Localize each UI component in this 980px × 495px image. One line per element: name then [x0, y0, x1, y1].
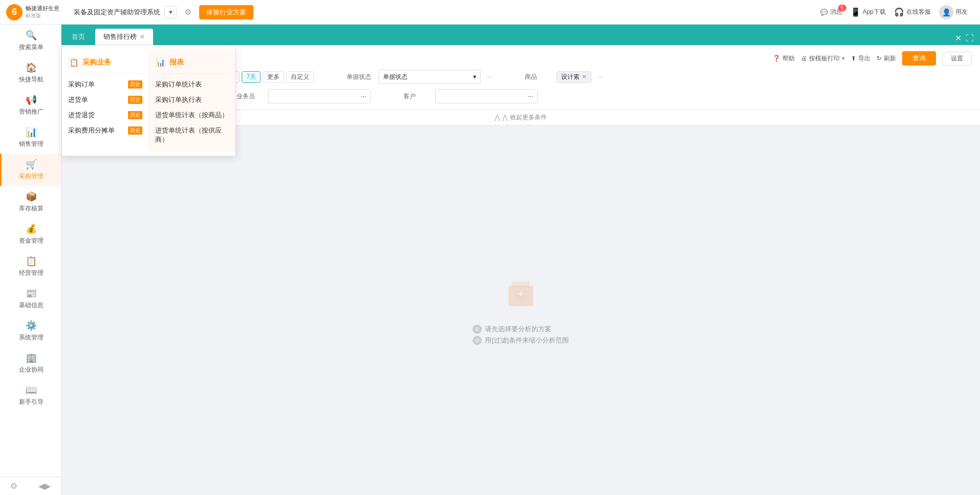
reports-title-text: 报表: [169, 58, 184, 67]
sidebar-item-basic[interactable]: 📰 基础信息: [0, 283, 61, 315]
product-tag: 设计素 ✕: [557, 71, 591, 83]
online-service-btn[interactable]: 🎧 在线客服: [894, 7, 931, 17]
reports-menu-title: 📊 报表: [155, 54, 229, 74]
product-tag-value: 设计素: [561, 73, 580, 81]
print-label: 按模板打印: [809, 54, 840, 63]
salesperson-select[interactable]: ···: [268, 89, 371, 103]
order-stat-label: 采购订单统计表: [155, 80, 202, 89]
date-quick-custom[interactable]: 自定义: [286, 71, 314, 83]
purchase-menu: 📋 采购业务 采购订单 历史 进货单 历史 进货退货 历史 采购费用分摊单 历史: [61, 45, 236, 156]
sidebar-label-operation: 经营管理: [19, 269, 44, 277]
export-label: 导出: [858, 54, 870, 63]
sidebar-label-enterprise: 企业协同: [19, 365, 44, 374]
order-exec-label: 采购订单执行表: [155, 95, 202, 104]
return-history-badge: 历史: [128, 111, 142, 119]
tip-num-1: ①: [473, 325, 482, 334]
sidebar-label-search: 搜索菜单: [19, 43, 44, 52]
product-tag-close[interactable]: ✕: [582, 73, 587, 80]
menu-item-incoming-stat-supplier[interactable]: 进货单统计表（按供应商）: [155, 123, 229, 147]
empty-state: ① 请先选择要分析的方案 ② 用[过滤]条件来缩小分析范围: [61, 125, 980, 495]
sidebar-label-inventory: 库存核算: [19, 204, 44, 213]
tab-actions: ✕ ⛶: [955, 33, 980, 45]
tab-close-all-btn[interactable]: ✕: [955, 33, 962, 43]
menu-item-order-stat[interactable]: 采购订单统计表: [155, 77, 229, 92]
tab-close-icon[interactable]: ✕: [140, 33, 145, 40]
refresh-btn[interactable]: ↻ 刷新: [877, 54, 896, 63]
app-download-label: App下载: [863, 8, 886, 16]
menu-item-return[interactable]: 进货退货 历史: [68, 107, 142, 123]
export-icon: ⬆: [851, 55, 856, 62]
purchase-icon: 🛒: [26, 159, 37, 170]
product-dots[interactable]: ···: [598, 73, 603, 80]
menu-item-incoming-stat-product[interactable]: 进货单统计表（按商品）: [155, 107, 229, 123]
top-header: 6 畅捷通好生意 标准版 装备及固定资产辅助管理系统 ▾ ⚙ 体验行业方案 💬 …: [0, 0, 980, 25]
collapse-text: 收起更多条件: [510, 113, 547, 122]
search-icon: 🔍: [26, 30, 37, 41]
customer-select[interactable]: ···: [435, 89, 538, 103]
logo-char: 6: [12, 7, 17, 17]
sidebar-settings-btn[interactable]: ⚙: [10, 481, 17, 491]
phone-icon: 📱: [850, 7, 861, 17]
export-btn[interactable]: ⬆ 导出: [851, 54, 870, 63]
sidebar-item-purchase[interactable]: 🛒 采购管理: [0, 154, 61, 186]
user-btn[interactable]: 👤 用友: [939, 5, 968, 19]
menu-item-incoming[interactable]: 进货单 历史: [68, 92, 142, 107]
date-quick-more[interactable]: 更多: [263, 71, 284, 83]
user-label: 用友: [955, 8, 968, 16]
settings-button[interactable]: 设置: [942, 52, 972, 66]
order-status-dropdown-icon: ▾: [473, 73, 476, 80]
menu-item-expense[interactable]: 采购费用分摊单 历史: [68, 123, 142, 138]
headset-icon: 🎧: [894, 7, 904, 17]
logo-area: 6 畅捷通好生意 标准版: [6, 4, 68, 20]
return-label: 进货退货: [68, 111, 95, 120]
expense-history-badge: 历史: [128, 126, 142, 135]
sidebar-item-finance[interactable]: 💰 资金管理: [0, 218, 61, 250]
sidebar-item-operation[interactable]: 📋 经营管理: [0, 250, 61, 283]
order-status-value: 单据状态: [383, 73, 408, 81]
refresh-icon: ↻: [877, 55, 882, 62]
sidebar-label-purchase: 采购管理: [19, 172, 44, 181]
print-btn[interactable]: 🖨 按模板打印 ▾: [801, 54, 845, 63]
sidebar-item-system[interactable]: ⚙️ 系统管理: [0, 315, 61, 347]
app-download-btn[interactable]: 📱 App下载: [850, 7, 886, 17]
system-settings-btn[interactable]: ⚙: [181, 5, 195, 19]
message-btn[interactable]: 💬 消息 5: [820, 8, 842, 16]
order-status-dots[interactable]: ···: [487, 73, 492, 80]
empty-tip-2: ② 用[过滤]条件来缩小分析范围: [473, 336, 568, 345]
date-quick-7d[interactable]: 7天: [242, 71, 261, 83]
salesperson-dropdown-icon: ···: [361, 93, 366, 100]
salesperson-label: 业务员: [237, 92, 262, 101]
sidebar-collapse-btn[interactable]: ◀▶: [38, 481, 51, 491]
guide-icon: 📖: [26, 384, 37, 396]
industry-button[interactable]: 体验行业方案: [199, 5, 253, 19]
message-badge: 5: [838, 5, 846, 11]
tab-sales-rank[interactable]: 销售排行榜 ✕: [95, 29, 153, 45]
menu-col-reports: 📊 报表 采购订单统计表 采购订单执行表 进货单统计表（按商品） 进货单统计表（…: [149, 50, 236, 152]
tab-home[interactable]: 首页: [63, 29, 93, 45]
sidebar-item-quick-nav[interactable]: 🏠 快捷导航: [0, 57, 61, 89]
query-button[interactable]: 查询: [902, 51, 936, 66]
empty-illustration: [500, 273, 541, 314]
tab-expand-btn[interactable]: ⛶: [966, 34, 974, 43]
sidebar-item-guide[interactable]: 📖 新手引导: [0, 379, 61, 412]
sidebar-item-sales[interactable]: 📊 销售管理: [0, 121, 61, 154]
purchase-title-icon: 📋: [68, 57, 79, 68]
sales-icon: 📊: [26, 126, 37, 138]
sidebar-item-search[interactable]: 🔍 搜索菜单: [0, 25, 61, 57]
order-status-select[interactable]: 单据状态 ▾: [378, 70, 481, 84]
menu-col-purchase: 📋 采购业务 采购订单 历史 进货单 历史 进货退货 历史 采购费用分摊单 历史: [62, 50, 148, 152]
menu-item-order-exec[interactable]: 采购订单执行表: [155, 92, 229, 107]
sidebar-item-enterprise[interactable]: 🏢 企业协同: [0, 347, 61, 379]
basic-icon: 📰: [26, 288, 37, 299]
sidebar-item-inventory[interactable]: 📦 库存核算: [0, 186, 61, 218]
sidebar-label-sales: 销售管理: [19, 140, 44, 148]
menu-item-purchase-order[interactable]: 采购订单 历史: [68, 77, 142, 92]
sidebar-label-system: 系统管理: [19, 333, 44, 342]
help-btn[interactable]: ❓ 帮助: [773, 54, 795, 63]
logo-icon: 6: [6, 4, 23, 20]
system-dropdown-btn[interactable]: ▾: [164, 6, 177, 18]
marketing-icon: 📢: [26, 94, 37, 105]
sidebar-item-marketing[interactable]: 📢 营销推广: [0, 89, 61, 121]
print-icon: 🖨: [801, 55, 807, 62]
purchase-order-label: 采购订单: [68, 80, 95, 89]
